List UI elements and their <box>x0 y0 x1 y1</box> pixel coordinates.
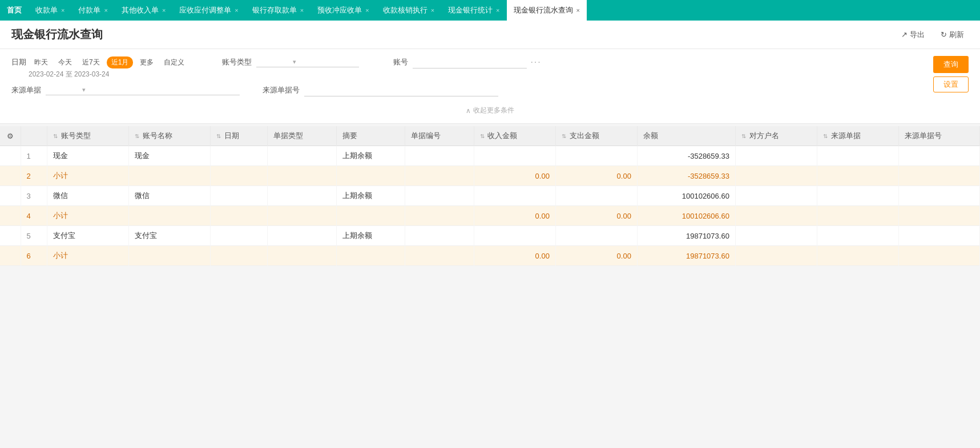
nav-close-prepayment[interactable]: × <box>365 7 369 14</box>
query-button[interactable]: 查询 <box>933 56 969 73</box>
source-doc-select[interactable]: ▾ <box>46 85 240 95</box>
col-source-doc-no: 来源单据号 <box>898 126 979 146</box>
nav-close-bank-deposit[interactable]: × <box>300 7 304 14</box>
export-label: 导出 <box>910 30 925 40</box>
refresh-button[interactable]: ↻ 刷新 <box>936 27 969 42</box>
nav-item-bank-deposit[interactable]: 银行存取款单 × <box>245 0 310 21</box>
nav-label-cash-flow: 现金银行流水查询 <box>514 5 573 15</box>
col-doc-no[interactable]: 单据编号 <box>405 126 474 146</box>
nav-close-cash-stat[interactable]: × <box>496 7 499 14</box>
date-btn-today[interactable]: 今天 <box>55 56 75 68</box>
data-table: ⚙ ⇅ 账号类型 ⇅ 账号名称 ⇅ 日期 单据类型 <box>0 126 980 266</box>
row-summary <box>336 206 405 226</box>
gear-icon: ⚙ <box>7 132 14 140</box>
date-btn-more[interactable]: 更多 <box>136 56 157 68</box>
source-doc-label: 来源单据 <box>11 85 41 95</box>
row-source-doc-no <box>898 206 979 226</box>
row-doc-type <box>268 166 337 186</box>
row-account-type: 微信 <box>47 186 129 206</box>
col-income[interactable]: ⇅ 收入金额 <box>474 126 555 146</box>
col-account-type[interactable]: ⇅ 账号类型 <box>47 126 129 146</box>
settings-button[interactable]: 设置 <box>933 76 969 92</box>
row-date <box>211 166 268 186</box>
nav-item-receipt[interactable]: 收款单 × <box>29 0 71 21</box>
date-btn-yesterday[interactable]: 昨天 <box>31 56 51 68</box>
account-type-select[interactable]: ▾ <box>256 57 359 67</box>
row-expense: 0.00 <box>555 246 637 266</box>
row-date <box>211 186 268 206</box>
row-source-doc <box>817 246 898 266</box>
col-source-doc[interactable]: ⇅ 来源单据 <box>817 126 898 146</box>
row-expense <box>555 146 637 166</box>
sort-icon-income: ⇅ <box>480 133 485 139</box>
nav-close-cash-flow[interactable]: × <box>576 7 580 14</box>
nav-item-home-label: 首页 <box>7 5 22 15</box>
col-date[interactable]: ⇅ 日期 <box>211 126 268 146</box>
row-date <box>211 226 268 246</box>
row-account-name: 现金 <box>129 146 211 166</box>
row-summary: 上期余额 <box>336 146 405 166</box>
nav-item-payment[interactable]: 付款单 × <box>71 0 114 21</box>
nav-label-payment: 付款单 <box>78 5 100 15</box>
sort-icon-counterpart: ⇅ <box>741 133 746 139</box>
date-btn-7days[interactable]: 近7天 <box>79 56 103 68</box>
nav-label-prepayment: 预收冲应收单 <box>317 5 362 15</box>
source-doc-no-input[interactable] <box>304 84 498 96</box>
col-balance: 余额 <box>637 126 735 146</box>
col-gear[interactable]: ⚙ <box>0 126 21 146</box>
row-gear <box>0 246 21 266</box>
nav-item-other-income[interactable]: 其他收入单 × <box>115 0 172 21</box>
row-account-type: 支付宝 <box>47 226 129 246</box>
row-account-type: 现金 <box>47 146 129 166</box>
row-expense <box>555 226 637 246</box>
nav-close-ar-adjust[interactable]: × <box>235 7 238 14</box>
table-row: 3 微信 微信 上期余额 100102606.60 <box>0 186 980 206</box>
nav-close-receipt[interactable]: × <box>61 7 64 14</box>
collapse-bar[interactable]: ∧ 收起更多条件 <box>11 102 969 116</box>
row-counterpart <box>735 166 817 186</box>
sort-icon-source-doc: ⇅ <box>823 133 828 139</box>
nav-item-receipt-verify[interactable]: 收款核销执行 × <box>376 0 441 21</box>
row-account-name <box>129 246 211 266</box>
col-account-name[interactable]: ⇅ 账号名称 <box>129 126 211 146</box>
nav-item-cash-stat[interactable]: 现金银行统计 × <box>441 0 506 21</box>
row-income <box>474 146 555 166</box>
col-summary[interactable]: 摘要 <box>336 126 405 146</box>
row-counterpart <box>735 246 817 266</box>
row-doc-no <box>405 246 474 266</box>
refresh-icon: ↻ <box>941 30 947 39</box>
row-counterpart <box>735 206 817 226</box>
row-doc-no <box>405 166 474 186</box>
row-income: 0.00 <box>474 166 555 186</box>
row-summary <box>336 246 405 266</box>
row-source-doc-no <box>898 246 979 266</box>
nav-item-home[interactable]: 首页 <box>0 0 29 21</box>
row-income: 0.00 <box>474 246 555 266</box>
account-input[interactable] <box>413 56 527 68</box>
date-btn-1month[interactable]: 近1月 <box>107 56 134 68</box>
nav-close-receipt-verify[interactable]: × <box>431 7 434 14</box>
account-more-icon[interactable]: ··· <box>530 57 541 67</box>
row-source-doc-no <box>898 186 979 206</box>
nav-close-other-income[interactable]: × <box>162 7 166 14</box>
row-number: 6 <box>21 246 47 266</box>
nav-label-ar-adjust: 应收应付调整单 <box>179 5 231 15</box>
row-source-doc-no <box>898 166 979 186</box>
table-body: 1 现金 现金 上期余额 -3528659.33 2 小计 0.00 0.00 … <box>0 146 980 266</box>
table-row: 5 支付宝 支付宝 上期余额 19871073.60 <box>0 226 980 246</box>
nav-close-payment[interactable]: × <box>104 7 107 14</box>
export-button[interactable]: ↗ 导出 <box>897 27 929 42</box>
account-label: 账号 <box>393 57 408 67</box>
sort-icon-account-type: ⇅ <box>53 133 58 139</box>
col-counterpart[interactable]: ⇅ 对方户名 <box>735 126 817 146</box>
col-expense[interactable]: ⇅ 支出金额 <box>555 126 637 146</box>
col-doc-type[interactable]: 单据类型 <box>268 126 337 146</box>
row-number: 3 <box>21 186 47 206</box>
nav-item-cash-flow[interactable]: 现金银行流水查询 × <box>507 0 587 21</box>
row-account-name <box>129 166 211 186</box>
date-range-display: 2023-02-24 至 2023-03-24 <box>29 70 109 78</box>
row-doc-no <box>405 226 474 246</box>
date-btn-custom[interactable]: 自定义 <box>160 56 188 68</box>
nav-item-ar-adjust[interactable]: 应收应付调整单 × <box>172 0 245 21</box>
nav-item-prepayment[interactable]: 预收冲应收单 × <box>310 0 376 21</box>
